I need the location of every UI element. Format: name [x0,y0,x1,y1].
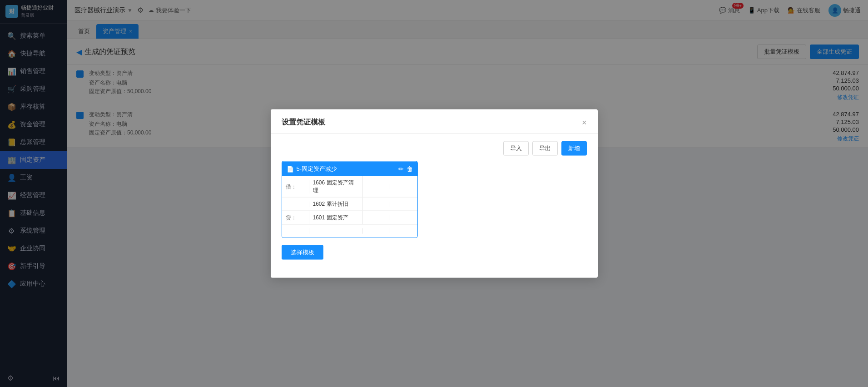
modal-title: 设置凭证模板 [282,118,325,127]
account-2: 1602 累计折旧 [309,198,363,211]
debit-1 [363,184,390,189]
new-template-btn[interactable]: 新增 [561,141,587,156]
modal-toolbar: 导入 导出 新增 [271,134,598,161]
template-row-empty [282,225,417,238]
direction-3: 贷： [282,211,309,224]
edit-template-icon[interactable]: ✏ [398,165,404,173]
credit-2 [390,201,417,207]
template-row-2: 1602 累计折旧 [282,198,417,211]
template-card: 📄 5-固定资产减少 ✏ 🗑 借： 1606 固定资产清理 1602 累计 [282,161,418,238]
account-1: 1606 固定资产清理 [309,176,363,197]
template-card-header: 📄 5-固定资产减少 ✏ 🗑 [282,162,417,176]
direction-2 [282,201,309,207]
account-3: 1601 固定资产 [309,211,363,224]
credit-1 [390,184,417,189]
select-template-btn[interactable]: 选择模板 [282,245,323,260]
template-row-3: 贷： 1601 固定资产 [282,211,417,225]
modal-header: 设置凭证模板 × [271,109,598,134]
debit-2 [363,201,390,207]
import-btn[interactable]: 导入 [503,141,529,156]
template-name: 5-固定资产减少 [297,165,337,173]
delete-template-icon[interactable]: 🗑 [407,165,413,173]
modal-body: 📄 5-固定资产减少 ✏ 🗑 借： 1606 固定资产清理 1602 累计 [271,161,598,260]
credit-3 [390,215,417,220]
template-body: 借： 1606 固定资产清理 1602 累计折旧 贷： 1601 固定资产 [282,176,417,238]
export-btn[interactable]: 导出 [532,141,558,156]
template-header-left: 📄 5-固定资产减少 [287,165,337,173]
direction-1: 借： [282,180,309,193]
debit-3 [363,215,390,220]
template-doc-icon: 📄 [287,165,294,172]
voucher-template-modal: 设置凭证模板 × 导入 导出 新增 📄 5-固定资产减少 ✏ 🗑 借： 160 [271,109,598,278]
template-header-actions: ✏ 🗑 [398,165,413,173]
template-row-1: 借： 1606 固定资产清理 [282,176,417,198]
modal-close-btn[interactable]: × [582,118,587,126]
